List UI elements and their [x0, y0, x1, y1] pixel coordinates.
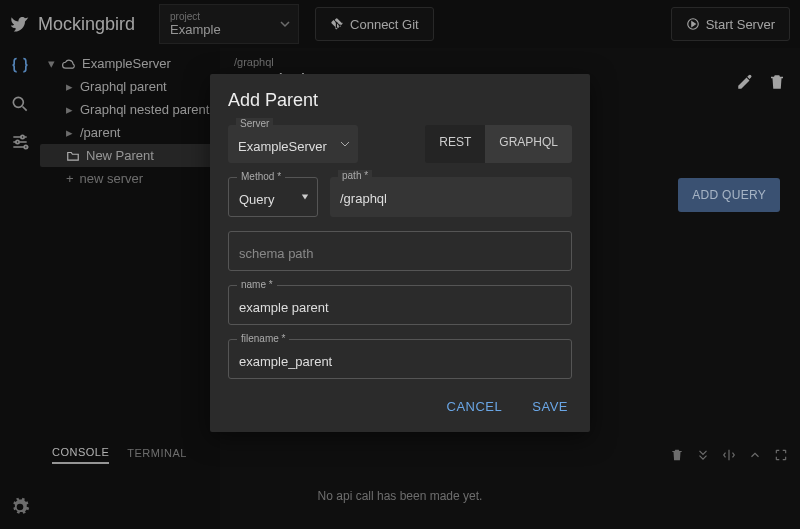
- filename-label: filename *: [237, 333, 289, 344]
- server-select[interactable]: Server ExampleServer: [228, 125, 358, 163]
- segment-graphql[interactable]: GRAPHQL: [485, 125, 572, 163]
- segment-rest[interactable]: REST: [425, 125, 485, 163]
- server-value: ExampleServer: [238, 139, 327, 154]
- save-button[interactable]: SAVE: [528, 393, 572, 420]
- cancel-button[interactable]: CANCEL: [443, 393, 507, 420]
- name-value: example parent: [239, 300, 329, 315]
- name-field[interactable]: name * example parent: [228, 285, 572, 325]
- method-value: Query: [239, 192, 274, 207]
- api-type-segment: REST GRAPHQL: [425, 125, 572, 163]
- method-label: Method *: [237, 171, 285, 182]
- triangle-down-icon: [301, 193, 309, 201]
- method-select[interactable]: Method * Query: [228, 177, 318, 217]
- filename-value: example_parent: [239, 354, 332, 369]
- filename-field[interactable]: filename * example_parent: [228, 339, 572, 379]
- schema-path-field[interactable]: schema path: [228, 231, 572, 271]
- path-label: path *: [338, 170, 372, 181]
- path-field[interactable]: path * /graphql: [330, 177, 572, 217]
- name-label: name *: [237, 279, 277, 290]
- server-label: Server: [236, 118, 273, 129]
- path-value: /graphql: [340, 191, 387, 206]
- chevron-down-icon: [340, 139, 350, 149]
- add-parent-modal: Add Parent Server ExampleServer REST GRA…: [210, 74, 590, 432]
- modal-title: Add Parent: [228, 90, 572, 111]
- schema-placeholder: schema path: [239, 246, 313, 261]
